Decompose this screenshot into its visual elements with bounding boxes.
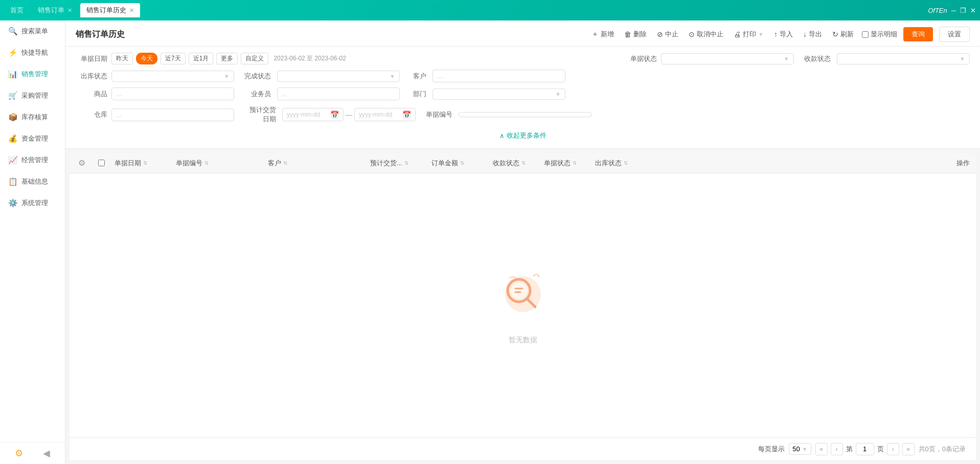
- delete-button[interactable]: 🗑 删除: [622, 29, 649, 40]
- th-delivery[interactable]: 预计交货... ⇅: [366, 159, 427, 168]
- tab-sales-order-history[interactable]: 销售订单历史 ✕: [80, 3, 140, 17]
- restore-btn[interactable]: ❐: [960, 7, 966, 14]
- order-status-label: 单据状态: [630, 54, 661, 63]
- th-amount[interactable]: 订单金额 ⇅: [427, 159, 489, 168]
- import-button[interactable]: ↑ 导入: [772, 29, 795, 40]
- order-no-input[interactable]: [459, 112, 591, 117]
- sidebar-item-quick-nav[interactable]: ⚡ 快捷导航: [0, 42, 65, 63]
- tab-sales-order[interactable]: 销售订单 ✕: [32, 3, 78, 17]
- warehouse-input[interactable]: ...: [111, 108, 234, 121]
- delivery-to-input[interactable]: yyyy-mm-dd 📅: [354, 108, 416, 121]
- refresh-label: 刷新: [840, 30, 854, 39]
- sidebar-item-system[interactable]: ⚙️ 系统管理: [0, 192, 65, 214]
- sidebar-collapse-icon[interactable]: ◀: [43, 448, 50, 459]
- date-btn-yesterday[interactable]: 昨天: [111, 53, 133, 64]
- sidebar-item-system-label: 系统管理: [21, 198, 48, 208]
- payment-status-label: 收款状态: [804, 54, 835, 63]
- empty-illustration: [492, 266, 554, 327]
- page-number-input[interactable]: [856, 443, 874, 455]
- date-btn-today[interactable]: 今天: [136, 53, 157, 64]
- tab-sales-order-close[interactable]: ✕: [67, 7, 72, 14]
- sidebar-item-purchase-mgmt[interactable]: 🛒 采购管理: [0, 85, 65, 106]
- complete-status-label: 完成状态: [244, 72, 275, 81]
- department-chevron: ▼: [555, 91, 561, 97]
- refresh-button[interactable]: ↻ 刷新: [830, 29, 856, 40]
- th-warehouse-status-label: 出库状态: [595, 159, 622, 168]
- page-nav: « ‹ 第 页 › »: [815, 443, 915, 455]
- add-button[interactable]: ＋ 新增: [589, 29, 616, 40]
- date-range-display: 2023-06-02 至 2023-06-02: [274, 54, 346, 63]
- stop-button[interactable]: ⊘ 中止: [655, 29, 680, 40]
- warehouse-placeholder: ...: [116, 111, 122, 119]
- sidebar-item-base-info[interactable]: 📋 基础信息: [0, 171, 65, 192]
- th-customer[interactable]: 客户 ⇅: [264, 159, 366, 168]
- collapse-label: 收起更多条件: [507, 131, 546, 140]
- select-all-checkbox[interactable]: [98, 160, 105, 166]
- search-button[interactable]: 查询: [903, 27, 933, 41]
- delivery-label: 预计交货日期: [244, 105, 280, 124]
- th-date[interactable]: 单据日期 ⇅: [110, 159, 172, 168]
- sidebar-item-sales-mgmt[interactable]: 📊 销售管理: [0, 63, 65, 85]
- tab-home[interactable]: 首页: [4, 3, 30, 17]
- warehouse-status-select[interactable]: ▼: [111, 71, 234, 82]
- th-date-sort-icon: ⇅: [143, 160, 147, 166]
- th-payment-sort-icon: ⇅: [521, 160, 526, 166]
- delivery-from-input[interactable]: yyyy-mm-dd 📅: [282, 108, 344, 121]
- add-label: 新增: [601, 30, 614, 39]
- order-status-select[interactable]: ▼: [661, 53, 794, 64]
- filter-row-4: 仓库 ... 预计交货日期 yyyy-mm-dd 📅 — yyyy-mm-dd …: [76, 105, 970, 124]
- minimize-btn[interactable]: ─: [951, 7, 956, 14]
- payment-status-select[interactable]: ▼: [837, 53, 970, 64]
- gear-icon[interactable]: ⚙: [78, 158, 85, 168]
- page-next-btn[interactable]: ›: [887, 443, 899, 455]
- base-info-icon: 📋: [8, 177, 17, 186]
- export-button[interactable]: ↓ 导出: [801, 29, 824, 40]
- date-btn-1month[interactable]: 近1月: [189, 53, 214, 64]
- cancel-stop-label: 取消中止: [697, 30, 723, 39]
- sidebar-item-finance-label: 资金管理: [21, 134, 48, 143]
- complete-status-select[interactable]: ▼: [277, 71, 400, 82]
- th-checkbox[interactable]: [92, 160, 110, 166]
- th-action: 操作: [642, 159, 974, 168]
- collapse-button[interactable]: ∧ 收起更多条件: [76, 129, 970, 142]
- filter-row-3: 商品 ... 业务员 ... 部门 ▼: [76, 87, 970, 100]
- th-warehouse-status[interactable]: 出库状态 ⇅: [591, 159, 642, 168]
- page-prev-btn[interactable]: ‹: [831, 443, 843, 455]
- salesperson-input[interactable]: ...: [277, 87, 400, 100]
- print-button[interactable]: 🖨 打印 ▼: [732, 29, 766, 40]
- complete-status-chevron: ▼: [390, 73, 395, 79]
- page-last-btn[interactable]: »: [902, 443, 915, 455]
- tab-sales-order-history-close[interactable]: ✕: [129, 7, 134, 14]
- th-payment-status[interactable]: 收款状态 ⇅: [489, 159, 540, 168]
- sidebar-item-search-menu[interactable]: 🔍 搜索菜单: [0, 20, 65, 42]
- sidebar-settings-icon[interactable]: ⚙: [15, 448, 23, 459]
- sidebar-item-inventory[interactable]: 📦 库存核算: [0, 106, 65, 128]
- th-payment-status-label: 收款状态: [493, 159, 519, 168]
- settings-button[interactable]: 设置: [939, 27, 970, 42]
- sidebar-item-operation[interactable]: 📈 经营管理: [0, 149, 65, 171]
- date-btn-custom[interactable]: 自定义: [241, 53, 268, 64]
- date-btn-more[interactable]: 更多: [216, 53, 238, 64]
- close-btn[interactable]: ✕: [970, 7, 976, 14]
- page-size-select[interactable]: 50 ▼: [789, 443, 811, 455]
- th-order-no-label: 单据编号: [176, 159, 202, 168]
- goods-input[interactable]: ...: [111, 87, 234, 100]
- print-label: 打印: [743, 30, 756, 39]
- date-btn-7days[interactable]: 近7天: [161, 53, 186, 64]
- print-icon: 🖨: [734, 30, 741, 38]
- brand-label: OfTEn: [928, 7, 947, 14]
- display-detail-toggle[interactable]: 显示明细: [862, 30, 897, 39]
- th-order-status[interactable]: 单据状态 ⇅: [540, 159, 591, 168]
- page-label: 第: [846, 445, 853, 454]
- th-order-no[interactable]: 单据编号 ⇅: [172, 159, 264, 168]
- sidebar-item-base-info-label: 基础信息: [21, 177, 48, 186]
- quick-nav-icon: ⚡: [8, 48, 17, 57]
- add-icon: ＋: [591, 30, 599, 39]
- th-settings[interactable]: ⚙: [72, 158, 92, 168]
- customer-input[interactable]: ...: [432, 70, 565, 82]
- page-first-btn[interactable]: «: [815, 443, 828, 455]
- department-select[interactable]: ▼: [432, 89, 565, 100]
- display-detail-checkbox[interactable]: [862, 31, 869, 38]
- sidebar-item-finance[interactable]: 💰 资金管理: [0, 128, 65, 149]
- cancel-stop-button[interactable]: ⊙ 取消中止: [687, 29, 725, 40]
